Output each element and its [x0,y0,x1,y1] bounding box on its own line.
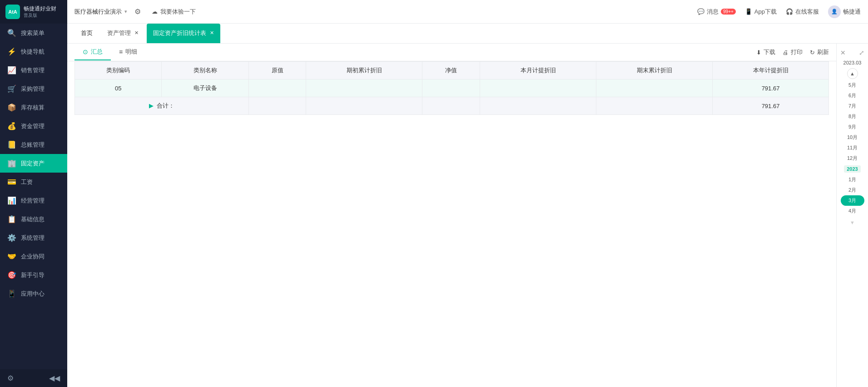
sidebar-item-label: 资金管理 [21,122,45,130]
detail-icon: ≡ [119,48,123,55]
ledger-icon: 📒 [7,140,16,149]
date-month-5[interactable]: 5月 [841,80,864,90]
date-month-12[interactable]: 12月 [841,153,864,164]
sidebar-item-operations[interactable]: 📊 经营管理 [0,191,67,210]
table-total-row: ▶ 合计： 791.67 [75,97,829,115]
sidebar-item-salary[interactable]: 💳 工资 [0,173,67,191]
refresh-icon: ↻ [810,49,815,56]
date-month-6[interactable]: 6月 [841,90,864,101]
print-btn[interactable]: 🖨 打印 [783,48,803,56]
sidebar-item-ledger[interactable]: 📒 总账管理 [0,135,67,154]
next-year-btn[interactable]: ▼ [847,217,858,228]
col-header-code: 类别编码 [75,62,162,79]
sidebar-item-fixed-assets[interactable]: 🏢 固定资产 [0,154,67,173]
sidebar-item-label: 应用中心 [21,290,45,298]
sales-icon: 📈 [7,66,16,74]
sidebar-item-label: 库存核算 [21,104,45,112]
date-month-2[interactable]: 2月 [841,185,864,195]
collapse-icon[interactable]: ◀◀ [49,374,60,382]
subtab-summary[interactable]: ⊙ 汇总 [74,44,111,60]
refresh-btn[interactable]: ↻ 刷新 [810,48,829,56]
settings-icon[interactable]: ⚙ [7,374,14,382]
tab-home-label: 首页 [81,29,93,37]
download-btn-label: 下载 [764,48,775,56]
sidebar-item-finance[interactable]: 💰 资金管理 [0,117,67,135]
sidebar-item-label: 系统管理 [21,234,45,242]
sidebar-item-guide[interactable]: 🎯 新手引导 [0,266,67,284]
sidebar-item-purchase[interactable]: 🛒 采购管理 [0,79,67,98]
date-month-7[interactable]: 7月 [841,101,864,111]
content-main: ⊙ 汇总 ≡ 明细 ⬇ 下载 🖨 打印 [67,44,836,387]
prev-year-btn[interactable]: ▲ [847,68,858,79]
date-month-1[interactable]: 1月 [841,174,864,185]
download-btn[interactable]: ⬇ 下载 [756,48,775,56]
company-selector[interactable]: 医疗器械行业演示 ▾ [74,8,127,16]
sidebar-item-inventory[interactable]: 📦 库存核算 [0,98,67,117]
tab-depreciation-report[interactable]: 固定资产折旧统计表 ✕ [147,24,220,43]
date-month-8[interactable]: 8月 [841,111,864,122]
sidebar-item-system[interactable]: ⚙️ 系统管理 [0,228,67,247]
sidebar-item-basic-info[interactable]: 📋 基础信息 [0,210,67,228]
app-title: 畅捷通好业财 [24,5,56,13]
finance-icon: 💰 [7,122,16,130]
customer-service-btn[interactable]: 🎧 在线客服 [786,8,819,16]
basic-info-icon: 📋 [7,215,16,223]
right-panel-expand-icon[interactable]: ⤢ [859,49,864,56]
company-settings-icon[interactable]: ⚙ [134,7,141,16]
cell-total-label: ▶ 合计： [75,97,249,115]
system-icon: ⚙️ [7,233,16,242]
cell-monthly-dep [480,79,596,97]
cell-total-monthly-dep [480,97,596,115]
avatar: 👤 [828,5,841,18]
date-month-9[interactable]: 9月 [841,122,864,132]
sidebar-item-sales[interactable]: 📈 销售管理 [0,61,67,79]
total-expand-icon[interactable]: ▶ [149,102,154,109]
close-asset-tab-icon[interactable]: ✕ [134,30,139,36]
user-profile[interactable]: 👤 畅捷通 [828,5,861,18]
sidebar-item-search[interactable]: 🔍 搜索菜单 [0,24,67,42]
app-center-icon: 📱 [7,289,16,298]
right-panel-close-icon[interactable]: ✕ [840,49,846,56]
date-month-3-active[interactable]: 3月 [841,195,864,206]
guide-icon: 🎯 [7,271,16,279]
cell-total-end-dep [596,97,713,115]
tab-asset-management[interactable]: 资产管理 ✕ [101,24,145,43]
date-month-11[interactable]: 11月 [841,143,864,153]
download-icon: 📱 [745,8,752,15]
sidebar-item-quick-nav[interactable]: ⚡ 快捷导航 [0,42,67,61]
close-depreciation-tab-icon[interactable]: ✕ [210,30,214,36]
inventory-icon: 📦 [7,103,16,112]
subtab-summary-label: 汇总 [91,48,103,56]
sidebar-item-collab[interactable]: 🤝 企业协同 [0,247,67,266]
download-btn-icon: ⬇ [756,49,761,56]
sidebar-footer: ⚙ ◀◀ [0,369,67,387]
sidebar-item-label: 工资 [21,178,33,186]
app-title-block: 畅捷通好业财 普及版 [24,5,56,19]
sidebar-item-label: 固定资产 [21,159,45,168]
col-header-name: 类别名称 [162,62,248,79]
sidebar-item-label: 搜索菜单 [21,29,45,37]
sidebar-item-label: 销售管理 [21,66,45,74]
operations-icon: 📊 [7,196,16,205]
download-label: App下载 [754,8,777,16]
notification-btn[interactable]: 💬 消息 99++ [697,8,736,16]
notification-label: 消息 [707,8,719,16]
sidebar-item-app-center[interactable]: 📱 应用中心 [0,284,67,303]
date-panel: ▲ 5月 6月 7月 8月 9月 10月 11月 12月 2023 1月 2月 … [841,67,864,229]
col-header-end-dep: 期末累计折旧 [596,62,713,79]
right-date-panel: ✕ ⤢ 2023.03 ▲ 5月 6月 7月 8月 9月 10月 11月 12月… [836,44,868,387]
sidebar-item-label: 经营管理 [21,197,45,205]
col-header-net: 净值 [422,62,480,79]
date-month-4[interactable]: 4月 [841,206,864,216]
topbar: 医疗器械行业演示 ▾ ⚙ ☁ 我要体验一下 💬 消息 99++ 📱 App下载 … [67,0,868,24]
subtab-detail[interactable]: ≡ 明细 [111,44,145,60]
subtab-detail-label: 明细 [125,48,137,56]
tab-home[interactable]: 首页 [74,24,99,43]
depreciation-table: 类别编码 类别名称 原值 期初累计折旧 净值 本月计提折旧 期末累计折旧 本年计… [74,61,829,115]
tab-depreciation-label: 固定资产折旧统计表 [153,29,206,37]
app-download-btn[interactable]: 📱 App下载 [745,8,777,16]
print-btn-label: 打印 [791,48,803,56]
experience-btn[interactable]: ☁ 我要体验一下 [152,8,196,16]
sidebar-item-label: 企业协同 [21,253,45,261]
date-month-10[interactable]: 10月 [841,132,864,143]
